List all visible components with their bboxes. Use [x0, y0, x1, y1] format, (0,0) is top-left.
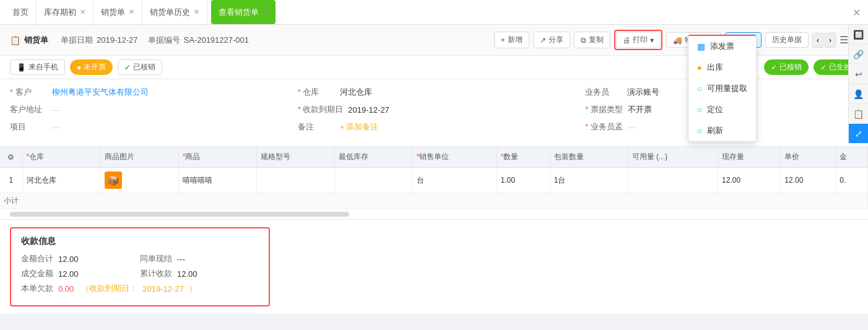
available-pick-icon: ○ [697, 84, 702, 93]
subtotal-row: 小计 [0, 193, 868, 209]
add-invoice-icon: ▦ [697, 41, 705, 51]
staff-value: 演示账号 [627, 87, 659, 98]
refresh-item[interactable]: ○ 刷新 [688, 120, 756, 141]
table-container: ⚙ *仓库 商品图片 *商品 规格型号 最低库存 *销售单位 *数量 包装数量 … [0, 147, 868, 220]
row-product: 嘻嘻嘻嘻 [178, 168, 256, 193]
available-pick-item[interactable]: ○ 可用量提取 [688, 78, 756, 99]
due-date-value: 2019-12-27 [142, 284, 184, 293]
transaction-amount-label: 成交金额 [21, 268, 53, 279]
sidebar-icon-user[interactable]: 👤 [849, 84, 869, 104]
add-remark-button[interactable]: + 添加备注 [340, 121, 379, 132]
doc-number-label: 单据编号 [148, 35, 180, 46]
copy-button[interactable]: ⧉ 复制 [574, 32, 610, 48]
history-button[interactable]: 历史单据 [765, 32, 809, 48]
col-min-stock: 最低库存 [334, 147, 412, 168]
ticket-icon: ● [77, 63, 81, 72]
total-amount-item: 金额合计 12.00 [21, 253, 120, 264]
total-amount-label: 金额合计 [21, 253, 53, 264]
doc-date-label: 单据日期 [61, 35, 93, 46]
doc-title-block: 📋 销货单 [10, 35, 48, 46]
share-button[interactable]: ↗ 分享 [533, 32, 570, 48]
locate-item[interactable]: ○ 定位 [688, 99, 756, 120]
row-product-img: 📦 [100, 168, 178, 193]
confirm-icon: ✓ [124, 63, 131, 72]
sidebar-icon-link[interactable]: 🔗 [849, 45, 869, 64]
col-stock: 现存量 [718, 147, 781, 168]
print-button[interactable]: 🖨 打印 ▾ [616, 32, 661, 48]
share-icon: ↗ [540, 36, 546, 45]
print-dropdown-arrow: ▾ [650, 36, 654, 45]
row-unit-price: 12.00 [781, 168, 836, 193]
not-opened-button[interactable]: ● 未开票 [70, 59, 113, 75]
tab-sales-history[interactable]: 销货单历史 ✕ [142, 0, 207, 24]
payment-date-label: 收款到期日 [298, 104, 344, 115]
tab-sales-history-close[interactable]: ✕ [194, 8, 199, 16]
sidebar-icon-expand[interactable]: ⤢ [849, 124, 869, 144]
receipt-row-3: 本单欠款 0.00 （收款到期日： 2019-12-27 ） [21, 283, 259, 294]
list-view-icon[interactable]: ☰ [840, 34, 848, 46]
cumulative-value: 12.00 [177, 269, 197, 279]
tab-home[interactable]: 首页 [5, 0, 37, 24]
customer-value[interactable]: 柳州粤港平安气体有限公司 [52, 87, 149, 98]
tab-sales-order-close[interactable]: ✕ [129, 8, 134, 16]
sidebar-icon-undo[interactable]: ↩ [849, 64, 869, 84]
tab-inventory-init[interactable]: 库存期初 ✕ [37, 0, 93, 24]
col-product-img: 商品图片 [100, 147, 178, 168]
copy-icon: ⧉ [581, 36, 586, 45]
verified-button[interactable]: ✓ 已核销 [764, 59, 809, 75]
print-highlight: 🖨 打印 ▾ [614, 30, 662, 50]
from-phone-button[interactable]: 📱 来自手机 [10, 59, 65, 75]
row-model [256, 168, 334, 193]
same-order-item: 同单现结 --- [140, 253, 239, 264]
warehouse-field: 仓库 河北仓库 [298, 87, 571, 98]
confirm-button[interactable]: ✓ 已核销 [118, 59, 162, 75]
col-pack-qty: 包装数量 [550, 147, 628, 168]
tab-sales-order[interactable]: 销货单 ✕ [93, 0, 142, 24]
project-field: 项目 --- [10, 121, 283, 132]
row-sales-unit: 台 [412, 168, 497, 193]
tab-view-sales[interactable]: 查看销货单 ✕ [211, 0, 276, 24]
plus-icon: + [340, 123, 345, 132]
horizontal-scrollbar[interactable] [10, 212, 349, 217]
doc-number-field: 单据编号 SA-20191227-001 [148, 35, 250, 46]
doc-date-field: 单据日期 2019-12-27 [61, 35, 138, 46]
row-stock: 12.00 [718, 168, 781, 193]
prev-record-button[interactable]: ‹ [812, 33, 823, 48]
table-header-row: ⚙ *仓库 商品图片 *商品 规格型号 最低库存 *销售单位 *数量 包装数量 … [0, 147, 868, 168]
phone-icon: 📱 [17, 63, 26, 72]
outbound-icon: ● [697, 63, 702, 72]
tab-bar: 首页 库存期初 ✕ 销货单 ✕ 销货单历史 ✕ 查看销货单 ✕ ✕ [0, 0, 868, 25]
payment-date-value: 2019-12-27 [348, 105, 389, 115]
project-label: 项目 [10, 121, 47, 132]
current-owe-item: 本单欠款 0.00 （收款到期日： 2019-12-27 ） [21, 283, 244, 294]
add-invoice-item[interactable]: ▦ 添发票 [688, 36, 756, 57]
next-record-button[interactable]: › [825, 33, 836, 48]
receipt-info-panel: 收款信息 金额合计 12.00 同单现结 --- 成交金额 12.00 累计收款 [10, 227, 270, 306]
same-order-value: --- [177, 254, 185, 264]
transaction-amount-item: 成交金额 12.00 [21, 268, 120, 279]
col-unit-price: 单价 [781, 147, 836, 168]
right-sidebar: 🔲 🔗 ↩ 👤 📋 ⤢ [848, 25, 868, 144]
row-pack-qty: 1台 [550, 168, 628, 193]
remark-label: 备注 [298, 121, 335, 132]
remark-field: 备注 + 添加备注 [298, 121, 571, 132]
new-button[interactable]: + 新增 [494, 32, 529, 48]
col-amount: 金 [836, 147, 868, 168]
same-order-label: 同单现结 [140, 253, 172, 264]
outbound-item[interactable]: ● 出库 [688, 57, 756, 78]
tab-bar-close-button[interactable]: ✕ [853, 6, 861, 18]
col-model: 规格型号 [256, 147, 334, 168]
product-image: 📦 [105, 172, 122, 189]
sidebar-icon-doc[interactable]: 🔲 [849, 25, 869, 45]
row-warehouse: 河北仓库 [22, 168, 100, 193]
total-amount-value: 12.00 [58, 254, 79, 264]
current-owe-value: 0.00 [58, 284, 74, 293]
tab-view-sales-close[interactable]: ✕ [263, 8, 268, 16]
tab-inventory-init-close[interactable]: ✕ [80, 8, 85, 16]
cumulative-label: 累计收款 [140, 268, 172, 279]
receipt-title: 收款信息 [21, 236, 259, 247]
ticket-type-label: 票据类型 [585, 104, 623, 115]
address-field: 客户地址 --- [10, 104, 283, 115]
customer-field: 客户 柳州粤港平安气体有限公司 [10, 87, 283, 98]
sidebar-icon-list[interactable]: 📋 [849, 104, 869, 124]
